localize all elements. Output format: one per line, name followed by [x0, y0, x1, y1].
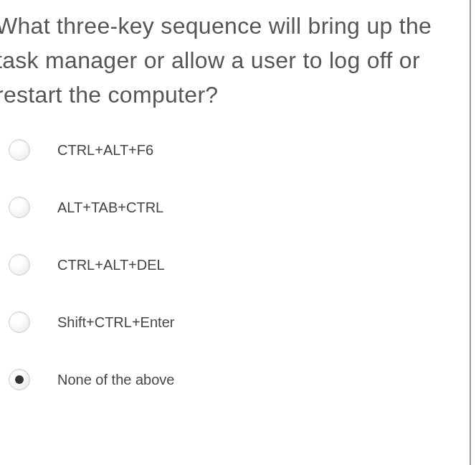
radio-button[interactable]: [9, 254, 30, 276]
question-text: What three-key sequence will bring up th…: [0, 0, 470, 112]
option-row[interactable]: CTRL+ALT+F6: [9, 139, 470, 161]
quiz-container: What three-key sequence will bring up th…: [0, 0, 471, 465]
option-row[interactable]: None of the above: [9, 369, 470, 390]
option-label: CTRL+ALT+F6: [57, 142, 153, 159]
option-label: CTRL+ALT+DEL: [57, 257, 165, 273]
option-row[interactable]: CTRL+ALT+DEL: [9, 254, 470, 276]
option-label: ALT+TAB+CTRL: [57, 199, 163, 216]
option-row[interactable]: ALT+TAB+CTRL: [9, 197, 470, 218]
radio-button[interactable]: [9, 369, 30, 390]
radio-button[interactable]: [9, 139, 30, 161]
radio-button[interactable]: [9, 311, 30, 333]
option-label: None of the above: [57, 372, 174, 388]
option-label: Shift+CTRL+Enter: [57, 314, 174, 331]
option-row[interactable]: Shift+CTRL+Enter: [9, 311, 470, 333]
options-list: CTRL+ALT+F6 ALT+TAB+CTRL CTRL+ALT+DEL Sh…: [0, 139, 470, 390]
radio-button[interactable]: [9, 197, 30, 218]
